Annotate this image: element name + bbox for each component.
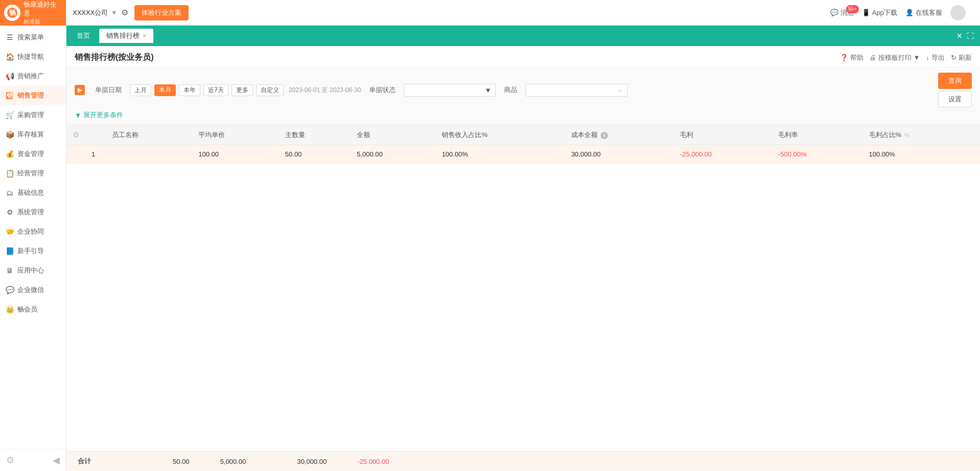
sidebar-item-search[interactable]: ☰ 搜索菜单 [0, 28, 66, 47]
collapse-icon[interactable]: ◀ [53, 455, 60, 466]
sidebar-item-basic-info[interactable]: 🗂 基础信息 [0, 183, 66, 203]
avatar[interactable] [950, 5, 966, 20]
refresh-btn[interactable]: ↻ 刷新 [951, 53, 972, 62]
sidebar-item-system[interactable]: ⚙ 系统管理 [0, 203, 66, 222]
marketing-icon: 📢 [5, 72, 14, 81]
sidebar-item-collab[interactable]: 🤝 企业协同 [0, 222, 66, 241]
sidebar-item-finance[interactable]: 💰 资金管理 [0, 144, 66, 164]
date-btn-this-year[interactable]: 本年 [179, 84, 200, 96]
cell-amount: 5,000.00 [351, 145, 436, 164]
goods-input[interactable]: ··· [526, 84, 628, 97]
sidebar-item-guide[interactable]: 📘 新手引导 [0, 241, 66, 261]
page-content: 销售排行榜(按业务员) ❓ 帮助 🖨 按模板打印 ▼ ↓ 导出 ↻ 刷新 [66, 46, 980, 471]
col-employee: 员工名称 [106, 125, 192, 145]
date-btn-7days[interactable]: 近7天 [203, 84, 229, 96]
col-gross-pct: 毛利占比% % [863, 125, 980, 145]
goods-label: 商品 [504, 85, 517, 95]
app-center-icon: 🖥 [5, 266, 14, 275]
wechat-icon: 💬 [5, 285, 14, 295]
collapse-arrow-icon: ▶ [75, 85, 85, 95]
date-btn-prev-month[interactable]: 上月 [130, 84, 151, 96]
table-body: 1 100.00 50.00 5,000.00 100.00% 30,000.0… [66, 145, 980, 164]
expand-more-btn[interactable]: ▼ 展开更多条件 [75, 110, 972, 120]
tab-sales-ranking[interactable]: 销售排行榜 × [99, 29, 153, 43]
inventory-icon: 📦 [5, 130, 14, 139]
sidebar-item-app-center[interactable]: 🖥 应用中心 [0, 261, 66, 280]
status-select[interactable]: ▼ [404, 84, 496, 97]
setting-btn[interactable]: 设置 [938, 91, 972, 107]
date-btn-custom[interactable]: 自定义 [256, 84, 284, 96]
table-header: ⚙ 员工名称 平均单价 主数量 全额 销售收入占比% 成本全额 ℹ [66, 125, 980, 145]
sidebar-item-marketing[interactable]: 📢 营销推广 [0, 66, 66, 86]
tab-home[interactable]: 首页 [69, 26, 98, 46]
data-table: ⚙ 员工名称 平均单价 主数量 全额 销售收入占比% 成本全额 ℹ [66, 125, 980, 164]
filter-actions: 查询 设置 [938, 73, 972, 107]
status-label: 单据状态 [369, 85, 396, 95]
expand-chevron-icon: ▼ [75, 111, 81, 119]
footer-cost: 30,000.00 [297, 458, 327, 465]
col-gross: 毛利 [674, 125, 772, 145]
date-btn-this-month[interactable]: 本月 [154, 84, 176, 96]
goods-more-icon[interactable]: ··· [618, 86, 623, 94]
message-btn[interactable]: 💬 消息 99+ [830, 8, 854, 17]
table-wrap: ⚙ 员工名称 平均单价 主数量 全额 销售收入占比% 成本全额 ℹ [66, 125, 980, 451]
filter-bar: ▶ 单据日期 上月 本月 本年 近7天 更多 自定义 2023-06-01 至 … [66, 68, 980, 125]
purchase-icon: 🛒 [5, 110, 14, 120]
tab-close-icon[interactable]: × [143, 32, 146, 39]
cell-qty: 50.00 [279, 145, 351, 164]
page-title: 销售排行榜(按业务员) [75, 52, 154, 63]
table-row: 1 100.00 50.00 5,000.00 100.00% 30,000.0… [66, 145, 980, 164]
date-filter-group: 上月 本月 本年 近7天 更多 自定义 2023-06-01 至 2023-06… [130, 84, 361, 96]
col-avg-price: 平均单价 [192, 125, 279, 145]
member-icon: 👑 [5, 305, 14, 314]
company-name: XXXXX公司 [73, 8, 108, 17]
help-btn[interactable]: ❓ 帮助 [840, 53, 863, 62]
sidebar-item-quicknav[interactable]: 🏠 快捷导航 [0, 47, 66, 66]
export-icon: ↓ [926, 54, 930, 61]
cell-gross: -25,000.00 [674, 145, 772, 164]
export-btn[interactable]: ↓ 导出 [926, 53, 945, 62]
finance-icon: 💰 [5, 149, 14, 159]
query-btn[interactable]: 查询 [938, 73, 972, 89]
cell-cost: 30,000.00 [565, 145, 674, 164]
settings-icon[interactable]: ⚙ [121, 8, 128, 17]
table-settings-icon[interactable]: ⚙ [73, 130, 79, 139]
sidebar-bottom: ⚙ ◀ [0, 449, 66, 471]
trial-btn[interactable]: 体验行业方案 [134, 5, 189, 20]
sidebar-item-management[interactable]: 📋 经营管理 [0, 164, 66, 183]
company-selector[interactable]: XXXXX公司 ▼ [73, 8, 117, 17]
main: XXXXX公司 ▼ ⚙ 体验行业方案 💬 消息 99+ 📱 App下载 👤 在线… [66, 0, 980, 471]
cell-employee [106, 145, 192, 164]
sidebar-item-purchase[interactable]: 🛒 采购管理 [0, 105, 66, 125]
footer-gross: -25,000.00 [357, 458, 389, 465]
tab-close-all-icon[interactable]: ✕ [956, 32, 963, 40]
sidebar-item-wechat[interactable]: 💬 企业微信 [0, 280, 66, 300]
date-btn-more[interactable]: 更多 [232, 84, 253, 96]
sidebar-item-member[interactable]: 👑 畅会员 [0, 300, 66, 319]
online-service-btn[interactable]: 👤 在线客服 [905, 8, 942, 17]
cell-avg-price: 100.00 [192, 145, 279, 164]
cell-gross-pct: 100.00% [863, 145, 980, 164]
page-actions: ❓ 帮助 🖨 按模板打印 ▼ ↓ 导出 ↻ 刷新 [840, 53, 972, 62]
company-dropdown-arrow: ▼ [111, 9, 117, 16]
col-sales-pct: 销售收入占比% [436, 125, 565, 145]
col-qty: 主数量 [279, 125, 351, 145]
sidebar-item-sales[interactable]: 销 销售管理 [0, 86, 66, 105]
tab-expand-icon[interactable]: ⛶ [967, 32, 974, 40]
service-icon: 👤 [905, 9, 914, 16]
sidebar-item-inventory[interactable]: 📦 库存核算 [0, 125, 66, 144]
template-print-btn[interactable]: 🖨 按模板打印 ▼ [870, 53, 920, 62]
cost-info-icon[interactable]: ℹ [601, 132, 608, 139]
app-download-btn[interactable]: 📱 App下载 [862, 8, 897, 17]
search-icon: ☰ [5, 33, 14, 42]
system-icon: ⚙ [5, 208, 14, 217]
gross-pct-icon: % [904, 132, 909, 138]
settings-bottom-icon[interactable]: ⚙ [6, 455, 14, 466]
col-rank [85, 125, 106, 145]
print-icon: 🖨 [870, 54, 876, 61]
logo-icon: 畅 [4, 5, 20, 21]
filter-collapse-btn[interactable]: ▶ [75, 85, 85, 95]
cell-gross-rate: -500.00% [772, 145, 862, 164]
cell-settings [66, 145, 85, 164]
help-icon: ❓ [840, 54, 848, 61]
